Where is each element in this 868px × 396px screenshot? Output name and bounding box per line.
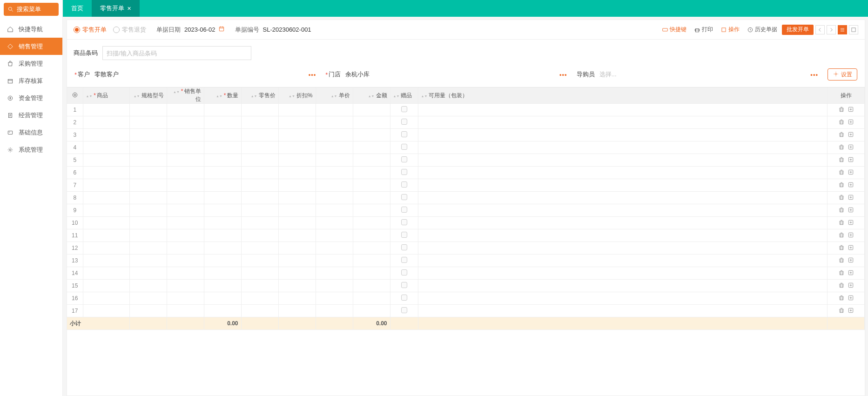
checkbox-icon[interactable] xyxy=(401,219,407,225)
cell-product[interactable] xyxy=(83,217,129,229)
cell-price[interactable] xyxy=(316,204,353,217)
table-row[interactable]: 5 xyxy=(67,154,865,167)
tab-home[interactable]: 首页 xyxy=(63,0,92,17)
settings-button[interactable]: 设置 xyxy=(828,68,857,81)
close-icon[interactable]: ✕ xyxy=(127,6,131,12)
barcode-input[interactable] xyxy=(102,46,251,60)
delete-row-button[interactable] xyxy=(838,131,845,138)
col-product[interactable]: ▲▼*商品 xyxy=(83,87,129,104)
col-price[interactable]: ▲▼单价 xyxy=(316,87,353,104)
add-row-button[interactable] xyxy=(848,169,854,175)
batch-order-button[interactable]: 批发开单 xyxy=(782,25,814,35)
checkbox-icon[interactable] xyxy=(401,207,407,213)
cell-spec[interactable] xyxy=(129,192,167,204)
table-row[interactable]: 8 xyxy=(67,192,865,204)
next-button[interactable] xyxy=(827,25,836,34)
table-row[interactable]: 1 xyxy=(67,104,865,116)
checkbox-icon[interactable] xyxy=(401,181,407,188)
cell-spec[interactable] xyxy=(129,242,167,255)
table-row[interactable]: 3 xyxy=(67,129,865,141)
add-row-button[interactable] xyxy=(848,269,854,276)
checkbox-icon[interactable] xyxy=(401,194,407,200)
cell-discount[interactable] xyxy=(278,255,316,267)
delete-row-button[interactable] xyxy=(838,295,845,301)
cell-avail[interactable] xyxy=(418,204,828,217)
table-row[interactable]: 4 xyxy=(67,141,865,154)
cell-qty[interactable] xyxy=(204,292,241,305)
cell-avail[interactable] xyxy=(418,305,828,317)
cell-unit[interactable] xyxy=(167,255,204,267)
table-wrapper[interactable]: ▲▼*商品 ▲▼规格型号 ▲▼*销售单位 ▲▼*数量 ▲▼零售价 ▲▼折扣% ▲… xyxy=(67,87,865,396)
cell-gift[interactable] xyxy=(390,129,418,141)
checkbox-icon[interactable] xyxy=(401,119,407,125)
cell-price[interactable] xyxy=(316,154,353,167)
cell-qty[interactable] xyxy=(204,267,241,280)
sidebar-item-funds[interactable]: 资金管理 xyxy=(0,89,62,107)
sidebar-item-purchase[interactable]: 采购管理 xyxy=(0,55,62,72)
cell-amount[interactable] xyxy=(353,167,390,179)
cell-spec[interactable] xyxy=(129,292,167,305)
col-amount[interactable]: ▲▼金额 xyxy=(353,87,390,104)
cell-spec[interactable] xyxy=(129,217,167,229)
add-row-button[interactable] xyxy=(848,156,854,163)
cell-qty[interactable] xyxy=(204,179,241,192)
cell-gift[interactable] xyxy=(390,154,418,167)
add-row-button[interactable] xyxy=(848,244,854,251)
cell-discount[interactable] xyxy=(278,217,316,229)
cell-retail[interactable] xyxy=(241,192,278,204)
cell-price[interactable] xyxy=(316,217,353,229)
cell-discount[interactable] xyxy=(278,167,316,179)
cell-avail[interactable] xyxy=(418,255,828,267)
add-row-button[interactable] xyxy=(848,181,854,188)
cell-unit[interactable] xyxy=(167,204,204,217)
cell-spec[interactable] xyxy=(129,229,167,242)
cell-product[interactable] xyxy=(83,204,129,217)
add-row-button[interactable] xyxy=(848,119,854,125)
table-row[interactable]: 11 xyxy=(67,229,865,242)
cell-price[interactable] xyxy=(316,116,353,129)
checkbox-icon[interactable] xyxy=(401,244,407,250)
cell-discount[interactable] xyxy=(278,267,316,280)
cell-avail[interactable] xyxy=(418,217,828,229)
cell-qty[interactable] xyxy=(204,305,241,317)
add-row-button[interactable] xyxy=(848,307,854,314)
cell-product[interactable] xyxy=(83,305,129,317)
add-row-button[interactable] xyxy=(848,295,854,301)
cell-product[interactable] xyxy=(83,154,129,167)
guide-picker-button[interactable]: ••• xyxy=(810,71,818,78)
cell-gift[interactable] xyxy=(390,280,418,292)
cell-discount[interactable] xyxy=(278,141,316,154)
checkbox-icon[interactable] xyxy=(401,169,407,175)
cell-unit[interactable] xyxy=(167,292,204,305)
col-qty[interactable]: ▲▼*数量 xyxy=(204,87,241,104)
cell-unit[interactable] xyxy=(167,129,204,141)
cell-unit[interactable] xyxy=(167,104,204,116)
delete-row-button[interactable] xyxy=(838,181,845,188)
cell-unit[interactable] xyxy=(167,305,204,317)
cell-qty[interactable] xyxy=(204,229,241,242)
table-row[interactable]: 7 xyxy=(67,179,865,192)
col-gear[interactable] xyxy=(67,87,83,104)
cell-avail[interactable] xyxy=(418,292,828,305)
cell-price[interactable] xyxy=(316,179,353,192)
cell-spec[interactable] xyxy=(129,305,167,317)
cell-unit[interactable] xyxy=(167,242,204,255)
operate-button[interactable]: 操作 xyxy=(718,25,742,35)
cell-gift[interactable] xyxy=(390,292,418,305)
customer-value[interactable]: 零散客户 xyxy=(94,70,309,79)
checkbox-icon[interactable] xyxy=(401,144,407,150)
cell-avail[interactable] xyxy=(418,104,828,116)
table-row[interactable]: 6 xyxy=(67,167,865,179)
cell-qty[interactable] xyxy=(204,192,241,204)
add-row-button[interactable] xyxy=(848,207,854,213)
cell-product[interactable] xyxy=(83,141,129,154)
cell-gift[interactable] xyxy=(390,179,418,192)
delete-row-button[interactable] xyxy=(838,106,845,113)
cell-unit[interactable] xyxy=(167,141,204,154)
cell-avail[interactable] xyxy=(418,242,828,255)
radio-retail-order[interactable]: 零售开单 xyxy=(74,26,107,34)
delete-row-button[interactable] xyxy=(838,244,845,251)
add-row-button[interactable] xyxy=(848,232,854,238)
cell-qty[interactable] xyxy=(204,242,241,255)
cell-retail[interactable] xyxy=(241,305,278,317)
